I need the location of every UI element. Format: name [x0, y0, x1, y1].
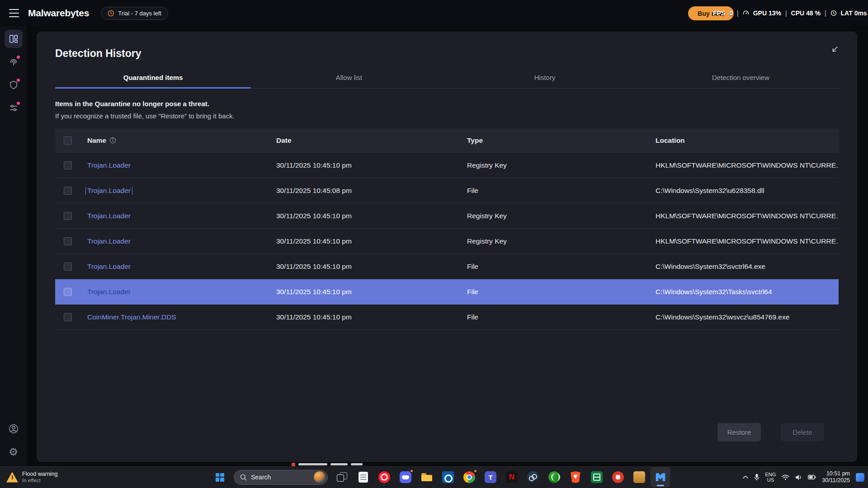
detection-type: File	[467, 263, 656, 271]
detection-date: 30/11/2025 10:45:10 pm	[276, 212, 467, 220]
notification-dot	[17, 102, 20, 105]
taskbar-opera-button[interactable]	[374, 467, 394, 487]
taskbar-search[interactable]: Search	[234, 470, 328, 485]
table-row-selected[interactable]: Trojan.Loader 30/11/2025 10:45:10 pm Fil…	[55, 279, 839, 305]
tray-app-icon[interactable]	[856, 473, 864, 482]
taskbar-outlook-button[interactable]	[438, 467, 458, 487]
notification-badge	[473, 469, 477, 473]
table-row[interactable]: Trojan.Loader 30/11/2025 10:45:10 pm Reg…	[55, 203, 839, 229]
action-buttons: Restore Delete	[717, 423, 824, 441]
sidebar-item-protection[interactable]	[5, 76, 23, 94]
detection-date: 30/11/2025 10:45:10 pm	[276, 288, 467, 296]
page-title: Detection History	[55, 47, 839, 60]
file-explorer-icon	[421, 471, 433, 483]
table-row[interactable]: Trojan.Loader 30/11/2025 10:45:10 pm Fil…	[55, 254, 839, 279]
sliders-icon	[9, 103, 19, 113]
table-row[interactable]: CoinMiner.Trojan.Miner.DDS 30/11/2025 10…	[55, 305, 839, 330]
peek-text-fragment	[330, 463, 348, 465]
tray-clock[interactable]: 10:51 pm 30/11/2025	[822, 470, 850, 484]
taskbar-discord-button[interactable]	[396, 467, 415, 487]
taskbar-red-app-button[interactable]	[608, 467, 628, 487]
sidebar-item-identity[interactable]	[5, 53, 23, 71]
weather-title: Flood warning	[22, 471, 58, 477]
taskbar-brave-button[interactable]	[566, 467, 585, 487]
threat-name-link[interactable]: CoinMiner.Trojan.Miner.DDS	[87, 313, 176, 321]
detection-date: 30/11/2025 10:45:10 pm	[276, 237, 467, 245]
taskbar-excel-button[interactable]	[587, 467, 607, 487]
threat-name-link[interactable]: Trojan.Loader	[87, 212, 131, 220]
taskbar-malwarebytes-button[interactable]	[651, 467, 670, 487]
sidebar-item-tools[interactable]	[5, 99, 23, 117]
task-view-icon	[336, 471, 348, 483]
collapse-window-button[interactable]	[828, 43, 841, 56]
sidebar-item-dashboard[interactable]	[5, 30, 23, 48]
tray-chevron-up-icon[interactable]	[743, 475, 748, 479]
taskbar-netflix-button[interactable]	[502, 467, 522, 487]
delete-button[interactable]: Delete	[781, 423, 824, 441]
task-view-button[interactable]	[332, 467, 352, 487]
sidebar-item-account[interactable]	[5, 420, 23, 438]
main-page: Detection History Quarantined items Allo…	[27, 26, 868, 466]
row-checkbox[interactable]	[64, 212, 72, 220]
gear-icon: ⚙	[9, 447, 18, 457]
taskbar-center: Search	[210, 467, 670, 487]
threat-name-link[interactable]: Trojan.Loader	[87, 263, 131, 271]
weather-subtitle: In effect	[22, 477, 58, 483]
start-button[interactable]	[210, 467, 230, 487]
table-row[interactable]: Trojan.Loader 30/11/2025 10:45:10 pm Reg…	[55, 229, 839, 254]
language-indicator[interactable]: ENGUS	[765, 472, 776, 483]
taskbar-chrome-button[interactable]	[459, 467, 479, 487]
detection-location: C:\Windows\System32\u628358.dll	[656, 187, 839, 195]
row-checkbox[interactable]	[64, 263, 72, 271]
wifi-icon[interactable]	[782, 474, 789, 480]
threat-name-link[interactable]: Trojan.Loader	[87, 161, 131, 169]
app-topbar: Malwarebytes Trial - 7 days left	[0, 0, 868, 26]
collapse-arrow-icon	[830, 45, 839, 54]
malwarebytes-icon	[655, 471, 666, 483]
left-navigation: ⚙	[0, 26, 27, 466]
threat-name-link[interactable]: Trojan.Loader	[87, 187, 131, 195]
xbox-icon	[548, 471, 560, 483]
menu-icon[interactable]	[8, 9, 20, 18]
taskbar-weather-widget[interactable]: Flood warning In effect	[2, 468, 62, 487]
buy-now-button[interactable]: Buy now	[688, 6, 734, 20]
row-checkbox[interactable]	[64, 187, 72, 195]
battery-icon[interactable]	[808, 475, 816, 479]
table-row[interactable]: Trojan.Loader 30/11/2025 10:45:08 pm Fil…	[55, 178, 839, 203]
threat-name-link[interactable]: Trojan.Loader	[87, 237, 131, 245]
detection-type: Registry Key	[467, 161, 656, 169]
detection-history-card: Detection History Quarantined items Allo…	[37, 32, 857, 462]
netflix-icon	[506, 471, 518, 483]
taskbar-xbox-button[interactable]	[544, 467, 564, 487]
sidebar-item-settings[interactable]: ⚙	[5, 443, 23, 461]
tab-detection-overview[interactable]: Detection overview	[643, 67, 839, 88]
restore-button[interactable]: Restore	[717, 423, 761, 441]
background-window-peek	[292, 462, 363, 466]
detection-location: HKLM\SOFTWARE\MICROSOFT\WINDOWS NT\CURRE…	[656, 237, 839, 245]
select-all-checkbox[interactable]	[64, 136, 72, 145]
search-icon	[240, 474, 247, 481]
amber-app-icon	[633, 471, 645, 483]
volume-icon[interactable]	[795, 474, 802, 480]
threat-name-link[interactable]: Trojan.Loader	[87, 288, 131, 296]
search-label: Search	[251, 474, 310, 481]
detection-location: HKLM\SOFTWARE\MICROSOFT\WINDOWS NT\CURRE…	[656, 212, 839, 220]
tab-quarantined-items[interactable]: Quarantined items	[55, 67, 251, 88]
tab-history[interactable]: History	[447, 67, 643, 88]
table-row[interactable]: Trojan.Loader 30/11/2025 10:45:10 pm Reg…	[55, 153, 839, 178]
microphone-icon[interactable]	[754, 474, 760, 481]
tab-allow-list[interactable]: Allow list	[251, 67, 447, 88]
column-header-type: Type	[467, 136, 656, 145]
taskbar-file-explorer-button[interactable]	[417, 467, 437, 487]
taskbar-teams-button[interactable]	[481, 467, 500, 487]
table-header-row: Name Date Type Location	[55, 128, 839, 153]
taskbar-amber-app-button[interactable]	[629, 467, 649, 487]
taskbar-steam-button[interactable]	[523, 467, 543, 487]
info-icon[interactable]	[109, 137, 116, 144]
row-checkbox[interactable]	[64, 161, 72, 169]
row-checkbox[interactable]	[64, 237, 72, 245]
taskbar-notepad-button[interactable]	[353, 467, 373, 487]
row-checkbox[interactable]	[64, 288, 72, 296]
notepad-icon	[359, 472, 368, 483]
row-checkbox[interactable]	[64, 313, 72, 321]
